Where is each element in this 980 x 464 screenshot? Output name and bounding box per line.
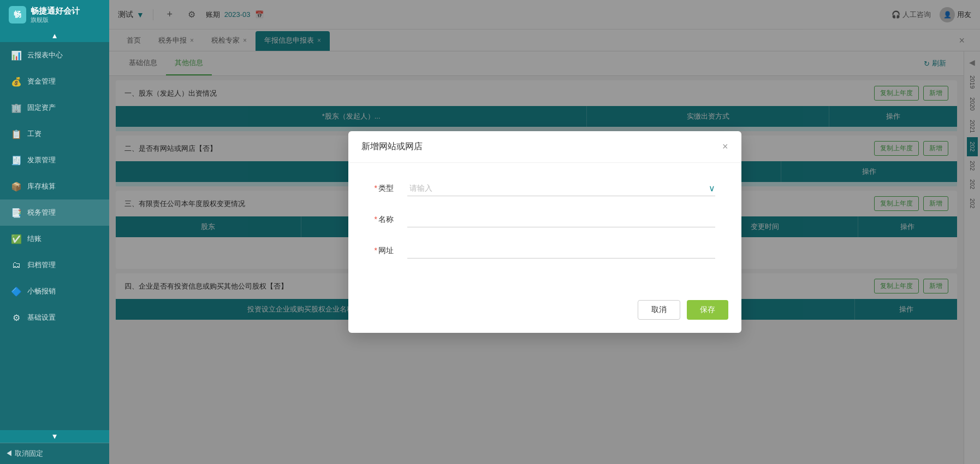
sidebar-item-xiao-chang[interactable]: 🔷 小畅报销 <box>0 278 109 304</box>
modal-form-row-name: *名称 <box>375 212 715 227</box>
sidebar-item-label: 工资 <box>27 129 41 139</box>
modal-header: 新增网站或网店 × <box>348 131 741 163</box>
sidebar-item-label: 基础设置 <box>27 313 56 322</box>
sidebar-item-label: 云报表中心 <box>27 50 63 60</box>
type-input-wrap: ∨ <box>407 180 715 196</box>
xiao-chang-icon: 🔷 <box>11 286 22 297</box>
modal-form-row-type: *类型 ∨ <box>375 180 715 196</box>
sidebar-item-label: 固定资产 <box>27 103 56 113</box>
name-label: *名称 <box>375 215 407 225</box>
required-star: * <box>375 246 377 255</box>
modal-form-row-url: *网址 <box>375 243 715 259</box>
sidebar-item-basic-settings[interactable]: ⚙ 基础设置 <box>0 304 109 331</box>
url-input-wrap <box>407 243 715 259</box>
required-star: * <box>375 184 377 192</box>
sidebar-logo: 畅 畅捷通好会计 旗舰版 <box>0 0 109 30</box>
logo-subtitle: 旗舰版 <box>31 16 80 24</box>
sidebar-scroll-down[interactable]: ▼ <box>0 430 109 443</box>
cancel-button[interactable]: 取消 <box>638 300 680 320</box>
sidebar-scroll-up[interactable]: ▲ <box>0 30 109 42</box>
modal-close-button[interactable]: × <box>722 141 728 152</box>
sidebar-item-cloud-report[interactable]: 📊 云报表中心 <box>0 42 109 68</box>
sidebar-item-inventory[interactable]: 📦 库存核算 <box>0 173 109 199</box>
payroll-icon: 📋 <box>11 128 22 139</box>
required-star: * <box>375 215 377 224</box>
url-input[interactable] <box>407 243 715 258</box>
modal-overlay[interactable]: 新增网站或网店 × *类型 ∨ *名称 <box>109 0 980 464</box>
sidebar-item-invoice-mgmt[interactable]: 🧾 发票管理 <box>0 147 109 173</box>
accounting-icon: ✅ <box>11 233 22 244</box>
sidebar-item-label: 资金管理 <box>27 77 56 86</box>
save-button[interactable]: 保存 <box>687 300 728 320</box>
sidebar-item-payroll[interactable]: 📋 工资 <box>0 121 109 147</box>
sidebar-nav: 📊 云报表中心 💰 资金管理 🏢 固定资产 📋 工资 🧾 发票管理 📦 <box>0 42 109 430</box>
sidebar-item-tax-mgmt[interactable]: 📑 税务管理 <box>0 199 109 226</box>
sidebar-item-label: 库存核算 <box>27 181 56 191</box>
archive-icon: 🗂 <box>11 260 22 271</box>
modal-add-website: 新增网站或网店 × *类型 ∨ *名称 <box>348 131 741 333</box>
fixed-assets-icon: 🏢 <box>11 102 22 113</box>
type-label: *类型 <box>375 184 407 193</box>
modal-footer: 取消 保存 <box>348 291 741 333</box>
modal-title: 新增网站或网店 <box>361 141 423 152</box>
sidebar: 畅 畅捷通好会计 旗舰版 ▲ 📊 云报表中心 💰 资金管理 🏢 固定资产 📋 <box>0 0 109 464</box>
sidebar-item-label: 小畅报销 <box>27 286 56 296</box>
sidebar-pin-toggle[interactable]: ◀ 取消固定 <box>0 443 109 464</box>
type-input[interactable] <box>407 180 709 196</box>
modal-body: *类型 ∨ *名称 *网址 <box>348 163 741 291</box>
sidebar-item-label: 归档管理 <box>27 260 56 270</box>
inventory-icon: 📦 <box>11 181 22 192</box>
fund-mgmt-icon: 💰 <box>11 76 22 87</box>
name-input[interactable] <box>407 212 715 227</box>
settings-icon: ⚙ <box>11 312 22 323</box>
url-label: *网址 <box>375 246 407 256</box>
sidebar-item-label: 发票管理 <box>27 155 56 165</box>
tax-mgmt-icon: 📑 <box>11 207 22 218</box>
cloud-report-icon: 📊 <box>11 50 22 61</box>
pin-toggle-label: ◀ 取消固定 <box>5 449 43 459</box>
sidebar-item-fixed-assets[interactable]: 🏢 固定资产 <box>0 95 109 121</box>
invoice-icon: 🧾 <box>11 155 22 166</box>
sidebar-item-label: 税务管理 <box>27 208 56 218</box>
type-dropdown-arrow[interactable]: ∨ <box>709 183 715 193</box>
sidebar-item-label: 结账 <box>27 234 41 244</box>
logo-title: 畅捷通好会计 <box>31 6 80 16</box>
sidebar-item-archive-mgmt[interactable]: 🗂 归档管理 <box>0 252 109 278</box>
name-input-wrap <box>407 212 715 227</box>
logo-icon: 畅 <box>9 6 26 24</box>
sidebar-item-accounting[interactable]: ✅ 结账 <box>0 226 109 252</box>
sidebar-item-fund-mgmt[interactable]: 💰 资金管理 <box>0 68 109 95</box>
